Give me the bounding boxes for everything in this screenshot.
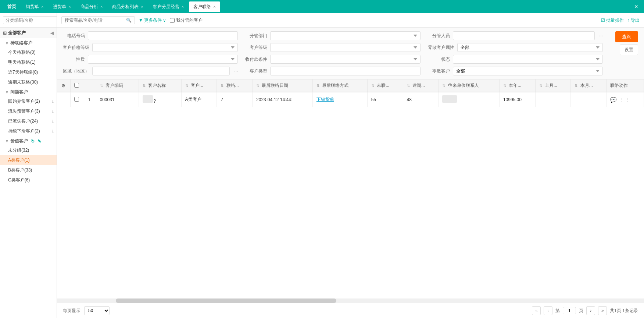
td-actions: 💬 ⋮⋮ (607, 92, 644, 107)
phone-input[interactable] (88, 31, 238, 40)
table-header-row: ⚙ ⇅ 客户编码 ⇅ 客户名称 (57, 80, 644, 92)
th-last-month: ⇅ 上月... (535, 80, 571, 92)
tab-product-analysis-close[interactable]: × (100, 4, 103, 9)
more-action-icon[interactable]: ⋮⋮ (619, 97, 630, 103)
row-checkbox[interactable] (74, 97, 79, 102)
tab-purchase-close[interactable]: × (68, 4, 71, 9)
sidebar-search-input[interactable] (3, 16, 57, 24)
refresh-icon[interactable]: ↻ (31, 139, 35, 144)
uncontacted-sort-icon[interactable]: ⇅ (371, 84, 374, 88)
region-dots[interactable]: ··· (234, 68, 238, 74)
sidebar-search-box: 🔍 (0, 13, 57, 28)
sidebar-item-7days[interactable]: 近7天待联络(0) (0, 67, 57, 77)
collapse-icon[interactable]: ◀ (50, 31, 54, 36)
price-tier-field: 客户价格等级 (63, 43, 238, 52)
gear-icon[interactable]: ⚙ (61, 83, 65, 88)
manager-field: 分管人员 ··· (428, 31, 603, 40)
last-date-sort-icon[interactable]: ⇅ (256, 84, 259, 88)
td-gear (57, 92, 70, 107)
value-customers-group[interactable]: ▼ 价值客户 ↻ ✎ (0, 136, 57, 145)
code-sort-icon[interactable]: ⇅ (100, 84, 103, 88)
contact-icon[interactable]: 💬 (610, 97, 616, 103)
first-page-button[interactable]: « (532, 306, 541, 315)
page-size-select[interactable]: 50 10 20 100 (84, 306, 110, 315)
payment-select[interactable] (270, 55, 420, 64)
tab-product-analysis[interactable]: 商品分析 × (76, 1, 107, 12)
sidebar-item-overdue[interactable]: 逾期未联络(30) (0, 77, 57, 87)
this-year-sort-icon[interactable]: ⇅ (503, 84, 506, 88)
table-scrollbar[interactable] (57, 298, 644, 303)
th-this-month: ⇅ 本月... (571, 80, 607, 92)
tab-purchase[interactable]: 进货单 × (49, 1, 75, 12)
declining-label: 持续下滑客户(2) (8, 128, 40, 134)
tab-purchase-label: 进货单 (53, 4, 66, 10)
price-tier-select[interactable] (92, 43, 238, 52)
sidebar-item-churn-warning[interactable]: 流失预警客户(3) ℹ (0, 106, 57, 116)
tab-customer-contact[interactable]: 客户联络 × (189, 1, 220, 12)
th-unit-contact: ⇅ 往来单位联系人 (439, 80, 500, 92)
tab-product-analysis-list[interactable]: 商品分析列表 × (108, 1, 147, 12)
manager-dots[interactable]: ··· (599, 33, 603, 38)
query-button[interactable]: 查询 (615, 31, 638, 42)
sidebar-all-customers[interactable]: ⊞ 全部客户 ◀ (0, 28, 57, 38)
last-month-sort-icon[interactable]: ⇅ (539, 84, 542, 88)
dept-select[interactable] (270, 31, 420, 40)
th-name-label: 客户名称 (148, 83, 166, 88)
export-button[interactable]: ↑ 导出 (627, 17, 640, 24)
my-customers-check[interactable] (170, 18, 175, 23)
overdue-sort-icon[interactable]: ⇅ (407, 84, 410, 88)
sidebar-item-c-class[interactable]: C类客户(6) (0, 175, 57, 185)
contact-sort-icon[interactable]: ⇅ (221, 84, 223, 88)
sidebar-item-abnormal[interactable]: 回购异常客户(2) ℹ (0, 96, 57, 106)
name-sort-icon[interactable]: ⇅ (143, 84, 146, 88)
sidebar-item-churned[interactable]: 已流失客户(24) ℹ (0, 116, 57, 126)
th-overdue: ⇅ 逾期... (403, 80, 439, 92)
last-method-link[interactable]: 下销货单 (316, 97, 334, 102)
problem-customers-group[interactable]: ▼ 问题客户 (0, 87, 57, 96)
select-all-checkbox[interactable] (74, 83, 79, 88)
manager-input[interactable] (453, 31, 595, 40)
td-name: ? (139, 92, 181, 107)
sidebar-item-declining[interactable]: 持续下滑客户(2) ℹ (0, 126, 57, 136)
next-page-button[interactable]: › (586, 306, 595, 315)
c-class-label: C类客户(6) (8, 177, 30, 183)
tab-customer-contact-close[interactable]: × (213, 4, 215, 9)
retail-customer-field: 零散客户 全部 (428, 67, 603, 75)
type-sort-icon[interactable]: ⇅ (185, 84, 188, 88)
batch-op-button[interactable]: ☑ 批量操作 (601, 17, 624, 24)
sidebar-item-a-class[interactable]: A类客户(1) (0, 155, 57, 165)
tab-sales-order[interactable]: 销货单 × (21, 1, 48, 12)
unit-contact-sort-icon[interactable]: ⇅ (442, 84, 445, 88)
status-select[interactable] (453, 55, 603, 64)
nature-select[interactable] (88, 55, 238, 64)
customer-type-input[interactable] (270, 67, 420, 75)
tab-product-analysis-list-close[interactable]: × (141, 4, 143, 9)
filter-search-icon[interactable]: 🔍 (126, 18, 132, 23)
more-filters-button[interactable]: ▼ 更多条件 ∨ (139, 17, 166, 24)
prev-page-button[interactable]: ‹ (544, 306, 552, 315)
sidebar-item-b-class[interactable]: B类客户(33) (0, 165, 57, 175)
filter-search-input[interactable] (65, 18, 126, 23)
th-last-month-label: 上月... (545, 83, 557, 88)
sidebar-item-today[interactable]: 今天待联络(0) (0, 47, 57, 57)
tab-sales-close[interactable]: × (41, 4, 43, 9)
edit-value-icon[interactable]: ✎ (37, 139, 41, 144)
page-number-input[interactable] (563, 307, 576, 314)
tab-customer-tier[interactable]: 客户分层经营 × (149, 1, 188, 12)
sidebar-item-tomorrow[interactable]: 明天待联络(1) (0, 57, 57, 67)
last-page-button[interactable]: » (598, 306, 607, 315)
retail-attr-select[interactable]: 全部 (457, 43, 603, 52)
this-month-sort-icon[interactable]: ⇅ (575, 84, 577, 88)
tab-customer-tier-close[interactable]: × (182, 4, 184, 9)
sidebar-item-ungrouped[interactable]: 未分组(32) (0, 145, 57, 155)
th-name: ⇅ 客户名称 (139, 80, 181, 92)
retail-customer-select[interactable]: 全部 (453, 67, 603, 75)
tab-home[interactable]: 首页 (3, 1, 21, 12)
last-method-sort-icon[interactable]: ⇅ (316, 84, 319, 88)
tab-customer-contact-label: 客户联络 (193, 4, 211, 10)
pending-contact-group[interactable]: ▼ 待联络客户 (0, 38, 57, 47)
close-all-button[interactable]: × (631, 3, 641, 11)
region-input[interactable] (92, 67, 230, 75)
settings-button[interactable]: 设置 (620, 45, 638, 55)
customer-tier-select[interactable] (270, 43, 420, 52)
